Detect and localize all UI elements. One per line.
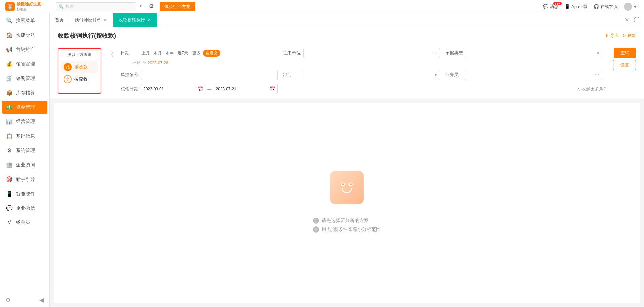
docno-label: 单据编号 <box>121 72 138 78</box>
date-btn-7days[interactable]: 近7天 <box>176 50 190 57</box>
sidebar-item-vip[interactable]: V 畅会员 <box>0 215 49 229</box>
filter-cell-date: 日期 上月 本月 本年 近7天 更多 自定义 <box>121 50 283 57</box>
collapse-more-icon: ∧ <box>577 87 580 92</box>
sidebar-item-hardware[interactable]: 📱 智能硬件 <box>0 187 49 201</box>
sidebar-item-quicknav[interactable]: 🏠 快捷导航 <box>0 28 49 42</box>
doctype-select[interactable]: ▾ <box>466 48 602 58</box>
collapse-more-label: 收起更多条件 <box>582 86 608 92</box>
sidebar-label-vip: 畅会员 <box>16 219 30 225</box>
calendar-end-icon: 📅 <box>270 86 275 92</box>
query-button[interactable]: 查询 <box>614 48 636 58</box>
sidebar-label-enterprise: 企业协同 <box>16 162 35 168</box>
staff-input[interactable]: ··· <box>465 70 602 80</box>
sidebar-item-operation[interactable]: 📊 经营管理 <box>0 114 49 129</box>
brand-name: 畅捷通好生意 <box>17 1 41 7</box>
robot-mouth <box>342 188 352 193</box>
date-btn-thismonth[interactable]: 本月 <box>152 50 163 57</box>
refresh-label: 刷新 <box>627 33 636 39</box>
sidebar-item-system[interactable]: ⚙ 系统管理 <box>0 143 49 158</box>
sales-icon: 💰 <box>6 61 13 67</box>
robot-eyes <box>341 182 353 186</box>
tab-receipt-label: 收款核销执行 <box>119 17 145 23</box>
tab-bar: 首页 预付冲应付单 ✕ 收款核销执行 ✕ ✕ ⛶ <box>50 13 644 27</box>
tab-prepay-close[interactable]: ✕ <box>103 18 108 22</box>
export-button[interactable]: ⬆ 导出 <box>605 33 619 39</box>
dropdown-icon[interactable]: ▾ <box>140 4 146 10</box>
purchase-icon: 🛒 <box>6 75 13 82</box>
hint-num-1: 1 <box>313 218 319 224</box>
filter-cell-dept: 部门 ▾ <box>283 70 445 80</box>
counterpart-input[interactable]: ··· <box>303 48 440 58</box>
verify-date-end-field[interactable]: 2023-07-21 📅 <box>214 84 278 94</box>
sidebar-collapse-icon[interactable]: ◀ <box>39 296 44 304</box>
tab-fullscreen-button[interactable]: ⛶ <box>632 15 641 25</box>
guide-icon: 🎯 <box>6 176 13 183</box>
username: Rit <box>633 4 639 9</box>
counterpart-icon: ··· <box>433 50 437 56</box>
hint-num-2: 2 <box>313 226 319 233</box>
date-btn-custom[interactable]: 自定义 <box>203 50 220 57</box>
brand: 🐰 畅捷通好生意 标准版 <box>5 1 52 12</box>
sidebar-item-enterprise[interactable]: 🏢 企业协同 <box>0 158 49 172</box>
date-btn-lastmonth[interactable]: 上月 <box>140 50 151 57</box>
wechat-icon: 💬 <box>6 205 13 211</box>
page-header-actions: ⬆ 导出 ↻ 刷新 <box>605 33 636 39</box>
robot-eye-right <box>348 182 353 186</box>
hint-text-1: 请先选择要分析的方案 <box>322 218 369 224</box>
date-to: 至 <box>142 60 146 66</box>
tab-home[interactable]: 首页 <box>50 13 69 27</box>
online-service-button[interactable]: 🎧 在线客服 <box>594 4 618 10</box>
docno-input[interactable] <box>141 70 278 80</box>
message-button[interactable]: 💬 消息 99+ <box>543 4 558 10</box>
counterpart-label: 往来单位 <box>283 50 301 56</box>
filter-receivable-label: 按应收 <box>74 76 88 82</box>
date-range-separator: — <box>207 87 212 92</box>
settings-icon[interactable]: ⚙ <box>149 3 156 10</box>
sidebar-item-sales[interactable]: 💰 销售管理 <box>0 57 49 71</box>
filter-option-by-receipt[interactable]: 💰 按收款 <box>61 61 98 73</box>
sidebar-item-search[interactable]: 🔍 搜索菜单 <box>0 13 49 28</box>
collapse-more-cell: ∧ 收起更多条件 <box>283 86 608 92</box>
sidebar-label-purchase: 采购管理 <box>16 75 35 82</box>
filter-row-2: 单据编号 部门 ▾ 业务员 <box>121 70 608 80</box>
date-btn-thisyear[interactable]: 本年 <box>164 50 175 57</box>
sidebar-label-search: 搜索菜单 <box>16 18 35 24</box>
dept-dropdown-icon: ▾ <box>435 72 437 78</box>
search-icon: 🔍 <box>6 17 13 24</box>
tab-bar-actions: ✕ ⛶ <box>622 15 644 25</box>
sidebar-bottom: ⚙ ◀ <box>0 293 49 307</box>
sidebar-label-basic: 基础信息 <box>16 133 35 139</box>
home-icon: 🏠 <box>6 32 13 38</box>
sidebar-item-purchase[interactable]: 🛒 采购管理 <box>0 71 49 86</box>
refresh-button[interactable]: ↻ 刷新 <box>622 33 636 39</box>
sidebar-item-basic[interactable]: 📋 基础信息 <box>0 129 49 143</box>
collapse-more-button[interactable]: ∧ 收起更多条件 <box>577 86 608 92</box>
sidebar: 🔍 搜索菜单 🏠 快捷导航 📢 营销推广 💰 销售管理 🛒 采购管理 📦 库存核… <box>0 13 50 307</box>
sidebar-item-inventory[interactable]: 📦 库存核算 <box>0 86 49 100</box>
sidebar-item-guide[interactable]: 🎯 新手引导 <box>0 172 49 187</box>
verify-date-start-field[interactable]: 2023-03-01 📅 <box>141 84 205 94</box>
filter-option-by-receivable[interactable]: ⏱ 按应收 <box>61 73 98 85</box>
tab-close-all-button[interactable]: ✕ <box>622 15 631 25</box>
dept-select[interactable]: ▾ <box>303 70 440 80</box>
solution-button[interactable]: 体验行业方案 <box>160 2 195 11</box>
doctype-label: 单据类型 <box>445 50 463 56</box>
sidebar-item-marketing[interactable]: 📢 营销推广 <box>0 42 49 57</box>
date-btn-more[interactable]: 更多 <box>191 50 202 57</box>
app-download-button[interactable]: 📱 App下载 <box>565 4 588 10</box>
tab-prepay[interactable]: 预付冲应付单 ✕ <box>69 13 113 27</box>
doctype-dropdown-icon: ▾ <box>597 51 599 56</box>
main-layout: 🔍 搜索菜单 🏠 快捷导航 📢 营销推广 💰 销售管理 🛒 采购管理 📦 库存核… <box>0 13 644 307</box>
sidebar-item-wechat[interactable]: 💬 企业微信 <box>0 201 49 215</box>
sidebar-label-guide: 新手引导 <box>16 176 35 183</box>
setting-button[interactable]: 设置 <box>613 60 636 70</box>
filter-collapse-button[interactable]: 《 <box>107 51 115 59</box>
sidebar-settings-icon[interactable]: ⚙ <box>5 296 11 304</box>
user-menu[interactable]: Rit <box>624 3 639 11</box>
search-bar[interactable]: 🔍 搜索 <box>56 2 136 11</box>
tab-receipt-close[interactable]: ✕ <box>147 18 152 22</box>
sidebar-item-finance[interactable]: 💵 资金管理 <box>2 101 47 114</box>
filter-panel: 按以下方查询 💰 按收款 ⏱ 按应收 《 日期 <box>50 43 644 99</box>
date-label: 日期 <box>121 50 138 56</box>
tab-receipt[interactable]: 收款核销执行 ✕ <box>113 13 157 27</box>
